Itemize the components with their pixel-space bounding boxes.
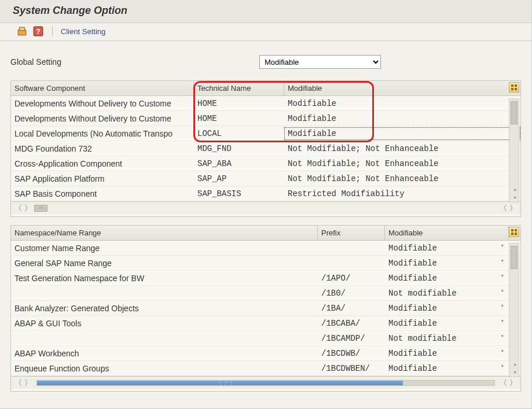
table-row[interactable]: Enqueue Function Groups/1BCDWBEN/Modifia… [11, 361, 520, 376]
grid1-vscroll[interactable] [509, 98, 519, 202]
table-row[interactable]: MDG Foundation 732MDG_FNDNot Modifiable;… [11, 141, 520, 156]
col-software-component[interactable]: Software Component [11, 81, 194, 95]
chevron-down-icon[interactable]: ˅ [497, 332, 508, 345]
cell-modifiable[interactable]: Modifiable˅ [385, 362, 509, 375]
col-prefix[interactable]: Prefix [318, 226, 385, 240]
chevron-down-icon[interactable]: ˅ [497, 257, 508, 270]
cell-component: MDG Foundation 732 [11, 142, 194, 155]
table-row[interactable]: Test Generation Namespace for BW/1APO/Mo… [11, 271, 520, 286]
col-modifiable[interactable]: Modifiable [284, 81, 520, 95]
cell-prefix: /1APO/ [318, 272, 385, 285]
table-row[interactable]: Developments Without Delivery to Custome… [11, 96, 520, 111]
chevron-down-icon[interactable]: ˅ [497, 272, 508, 285]
cell-modifiable[interactable]: Restricted Modifiability˅ [284, 187, 520, 200]
config-icon[interactable] [16, 25, 28, 37]
cell-namespace: Bank Analyzer: Generated Objects [11, 302, 318, 315]
help-icon[interactable]: ? [32, 25, 44, 37]
cell-modifiable[interactable]: Not Modifiable; Not Enhanceable˅ [284, 142, 520, 155]
nav-left-icon[interactable]: 〈 [14, 378, 22, 388]
grid2-vscroll[interactable] [509, 243, 519, 377]
scroll-down-icon[interactable]: ˅ [513, 196, 517, 204]
grid2-footer: 〈 〉 ⋮⋮⋮ 〈 〉 [11, 376, 520, 389]
cell-modifiable[interactable]: Not Modifiable; Not Enhanceable˅ [284, 157, 520, 170]
title-bar: System Change Option [0, 0, 531, 23]
global-setting-label: Global Setting [10, 57, 254, 67]
cell-modifiable[interactable]: Modifiable˅ [385, 242, 509, 255]
client-setting-link[interactable]: Client Setting [61, 27, 105, 36]
svg-rect-9 [515, 229, 517, 231]
cell-namespace: General SAP Name Range [11, 257, 318, 270]
chevron-down-icon[interactable]: ˅ [497, 287, 508, 300]
cell-prefix: /1BA/ [318, 302, 385, 315]
cell-component: Local Developments (No Automatic Transpo [11, 127, 194, 140]
cell-component: Developments Without Delivery to Custome [11, 112, 194, 125]
nav-right-end-icon[interactable]: 〉 [509, 203, 517, 213]
cell-techname: SAP_AP [194, 172, 284, 185]
grid1-header: Software Component Technical Name Modifi… [11, 81, 520, 96]
cell-namespace [11, 292, 318, 295]
chevron-down-icon[interactable]: ˅ [497, 347, 508, 360]
cell-techname: HOME [194, 97, 284, 110]
cell-modifiable[interactable]: Not modifiable˅ [385, 332, 509, 345]
cell-prefix: /1BCABA/ [318, 317, 385, 330]
nav-left-end-icon[interactable]: 〈 [500, 378, 507, 388]
global-setting-select[interactable]: Modifiable [259, 55, 381, 69]
grid2-hscroll[interactable]: ⋮⋮⋮ [36, 380, 495, 386]
nav-right-icon[interactable]: 〉 [24, 378, 32, 388]
table-row[interactable]: Customer Name RangeModifiable˅/ [11, 241, 520, 256]
table-row[interactable]: Cross-Application ComponentSAP_ABANot Mo… [11, 156, 520, 171]
table-row[interactable]: Developments Without Delivery to Custome… [11, 111, 520, 126]
cell-namespace [11, 337, 318, 340]
col-technical-name[interactable]: Technical Name [194, 81, 284, 95]
cell-modifiable[interactable]: Modifiable˅ [385, 317, 509, 330]
table-row[interactable]: ABAP & GUI Tools/1BCABA/Modifiable˅ [11, 316, 520, 331]
scroll-up-icon[interactable]: ˄ [513, 363, 517, 371]
cell-modifiable[interactable]: Modifiable˅ [385, 272, 509, 285]
cell-techname: SAP_ABA [194, 157, 284, 170]
global-setting-row: Global Setting Modifiable [10, 55, 521, 69]
cell-component: Developments Without Delivery to Custome [11, 97, 194, 110]
scroll-down-icon[interactable]: ˅ [513, 371, 517, 378]
table-row[interactable]: Local Developments (No Automatic Transpo… [11, 126, 520, 141]
table-row[interactable]: SAP Basis ComponentSAP_BASISRestricted M… [11, 186, 520, 201]
chevron-down-icon[interactable]: ˅ [497, 317, 508, 330]
nav-right-icon[interactable]: 〉 [24, 203, 32, 213]
nav-left-icon[interactable]: 〈 [14, 203, 22, 213]
cell-modifiable[interactable]: Modifiable˅ [385, 257, 509, 270]
table-row[interactable]: SAP Application PlatformSAP_APNot Modifi… [11, 171, 520, 186]
cell-namespace: Customer Name Range [11, 242, 318, 255]
table-row[interactable]: General SAP Name RangeModifiable˅/ [11, 256, 520, 271]
grid1-body: Developments Without Delivery to Custome… [11, 96, 520, 201]
grid2-body: Customer Name RangeModifiable˅/General S… [11, 241, 520, 376]
cell-prefix: /1BCDWBEN/ [318, 362, 385, 375]
svg-rect-11 [515, 233, 517, 235]
cell-modifiable[interactable]: Not Modifiable; Not Enhanceable˅ [284, 172, 520, 185]
nav-right-end-icon[interactable]: 〉 [509, 378, 517, 388]
cell-techname: HOME [194, 112, 284, 125]
cell-modifiable[interactable]: Modifiable˅ [284, 127, 520, 140]
toolbar: ? Client Setting [0, 23, 531, 41]
cell-component: Cross-Application Component [11, 157, 194, 170]
chevron-down-icon[interactable]: ˅ [497, 302, 508, 315]
cell-modifiable[interactable]: Modifiable˅ [284, 97, 520, 110]
chevron-down-icon[interactable]: ˅ [497, 242, 508, 255]
cell-modifiable[interactable]: Not modifiable˅ [385, 287, 509, 300]
table-row[interactable]: /1B0/Not modifiable˅ [11, 286, 520, 301]
cell-modifiable[interactable]: Modifiable˅ [385, 347, 509, 360]
table-row[interactable]: /1BCAMDP/Not modifiable˅ [11, 331, 520, 346]
cell-component: SAP Application Platform [11, 172, 194, 185]
cell-modifiable[interactable]: Modifiable˅ [385, 302, 509, 315]
namespace-grid: Namespace/Name Range Prefix Modifiable T… [10, 225, 521, 392]
col-namespace[interactable]: Namespace/Name Range [11, 226, 318, 240]
cell-modifiable[interactable]: Modifiable˅ [284, 112, 520, 125]
chevron-down-icon[interactable]: ˅ [497, 362, 508, 375]
col-modifiable2[interactable]: Modifiable [385, 226, 509, 240]
table-row[interactable]: Bank Analyzer: Generated Objects/1BA/Mod… [11, 301, 520, 316]
nav-left-end-icon[interactable]: 〈 [500, 203, 507, 213]
nav-handle-icon[interactable]: ⋯ [34, 205, 47, 212]
table-row[interactable]: ABAP Workbench/1BCDWB/Modifiable˅ [11, 346, 520, 361]
grid-settings-icon[interactable] [509, 227, 519, 237]
scroll-up-icon[interactable]: ˄ [513, 189, 517, 196]
grid1-footer: 〈 〉 ⋯ 〈 〉 [11, 201, 520, 214]
svg-rect-1 [20, 27, 25, 31]
